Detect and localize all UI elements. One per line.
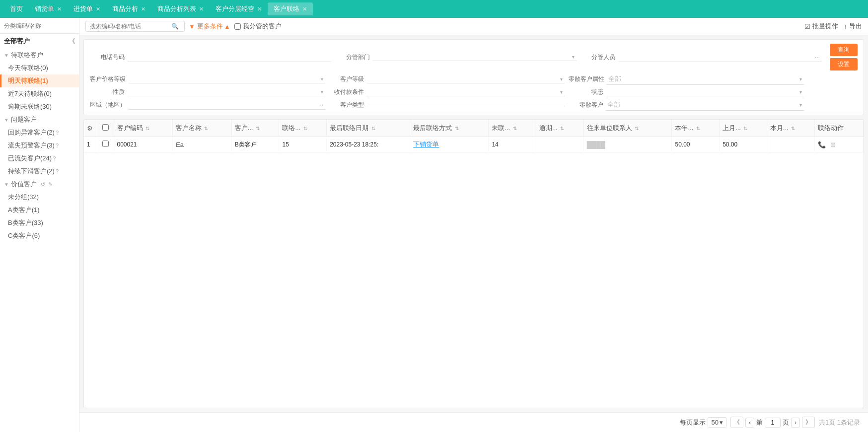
sort-person-icon[interactable]: ⇅ <box>635 126 639 131</box>
sort-this-month-icon[interactable]: ⇅ <box>791 126 795 131</box>
sort-date-icon[interactable]: ⇅ <box>371 126 375 131</box>
sidebar-item-repurchase-abnormal[interactable]: 回购异常客户(2) ? <box>0 126 79 139</box>
sidebar-item-overdue[interactable]: 逾期未联络(30) <box>0 100 79 113</box>
help-icon-4[interactable]: ? <box>56 168 59 174</box>
action-phone-icon[interactable]: 📞 <box>818 141 826 148</box>
sort-overdue-icon[interactable]: ⇅ <box>560 126 564 131</box>
sort-uncontacted-icon[interactable]: ⇅ <box>513 126 517 131</box>
sidebar-item-c-class[interactable]: C类客户(6) <box>0 229 79 242</box>
refresh-icon[interactable]: ↺ <box>41 181 45 188</box>
nav-customer-tier[interactable]: 客户分层经营 ✕ <box>210 2 268 15</box>
col-settings[interactable]: ⚙ <box>84 120 99 137</box>
row-checkbox[interactable] <box>102 141 109 147</box>
nav-purchase[interactable]: 进货单 ✕ <box>68 2 106 15</box>
retail-attr-select[interactable]: 全部 ▾ <box>606 73 804 85</box>
query-button[interactable]: 查询 <box>830 44 858 56</box>
search-icon[interactable]: 🔍 <box>171 23 179 30</box>
my-customers-checkbox[interactable] <box>234 23 241 30</box>
filter-row-4: 区域（地区） ··· 客户类型 零散客户 全部 ▾ <box>90 99 858 111</box>
sidebar-item-churned[interactable]: 已流失客户(24) ? <box>0 152 79 165</box>
sidebar-item-ungrouped[interactable]: 未分组(32) <box>0 191 79 204</box>
status-select[interactable]: ▾ <box>606 88 804 96</box>
gender-select[interactable]: ▾ <box>128 88 325 96</box>
all-customers-header[interactable]: 全部客户 《 <box>0 34 79 49</box>
contact-person-blurred: ████ <box>587 141 605 148</box>
per-page-select[interactable]: 50 ▾ <box>708 417 726 428</box>
edit-icon[interactable]: ✎ <box>48 181 53 188</box>
close-customer-contact-icon[interactable]: ✕ <box>302 6 307 12</box>
status-field: 状态 ▾ <box>569 88 804 96</box>
nav-customer-contact[interactable]: 客户联络 ✕ <box>268 2 313 15</box>
settings-button[interactable]: 设置 <box>830 58 858 71</box>
sidebar-item-declining[interactable]: 持续下滑客户(2) ? <box>0 165 79 178</box>
export-btn[interactable]: ↑ 导出 <box>844 22 863 31</box>
region-select[interactable]: ··· <box>129 100 325 110</box>
top-nav: 首页 销货单 ✕ 进货单 ✕ 商品分析 ✕ 商品分析列表 ✕ 客户分层经营 ✕ … <box>0 0 868 18</box>
sort-method-icon[interactable]: ⇅ <box>455 126 459 131</box>
price-level-select[interactable]: ▾ <box>129 75 325 83</box>
sidebar-item-7days[interactable]: 近7天待联络(0) <box>0 87 79 100</box>
last-page-btn[interactable]: 》 <box>802 417 815 428</box>
close-sales-icon[interactable]: ✕ <box>57 6 62 12</box>
col-action: 联络动作 <box>814 120 863 137</box>
region-ellipsis-icon[interactable]: ··· <box>318 101 323 108</box>
phone-input[interactable] <box>128 53 331 62</box>
sidebar-item-churn-warning[interactable]: 流失预警客户(3) ? <box>0 139 79 152</box>
close-purchase-icon[interactable]: ✕ <box>96 6 100 12</box>
prev-page-btn[interactable]: ‹ <box>745 418 754 428</box>
division-select[interactable]: ▾ <box>373 53 577 61</box>
col-last-date: 最后联络日期 ⇅ <box>327 120 410 137</box>
first-page-btn[interactable]: 《 <box>730 417 743 428</box>
gender-label: 性质 <box>90 88 125 96</box>
sort-last-month-icon[interactable]: ⇅ <box>743 126 747 131</box>
sort-year-icon[interactable]: ⇅ <box>696 126 700 131</box>
action-more-icon[interactable]: ⊞ <box>830 141 836 148</box>
cell-last-month: 50.00 <box>720 137 767 152</box>
col-checkbox[interactable] <box>99 120 114 137</box>
col-this-year: 本年... ⇅ <box>672 120 720 137</box>
table-gear-icon[interactable]: ⚙ <box>87 125 93 132</box>
customer-level-select[interactable]: ▾ <box>367 75 565 83</box>
sort-code-icon[interactable]: ⇅ <box>145 126 149 131</box>
sidebar-item-a-class[interactable]: A类客户(1) <box>0 204 79 216</box>
batch-op-btn[interactable]: ☑ 批量操作 <box>804 22 838 31</box>
next-page-btn[interactable]: › <box>791 418 800 428</box>
close-customer-tier-icon[interactable]: ✕ <box>257 6 262 12</box>
search-input[interactable] <box>90 23 169 30</box>
close-product-list-icon[interactable]: ✕ <box>199 6 204 12</box>
sidebar-item-today[interactable]: 今天待联络(0) <box>0 62 79 74</box>
sort-type-icon[interactable]: ⇅ <box>256 126 260 131</box>
last-method-link[interactable]: 下销货单 <box>413 141 439 148</box>
sidebar-item-tomorrow[interactable]: 明天待联络(1) <box>0 74 79 87</box>
col-last-month: 上月... ⇅ <box>720 120 767 137</box>
status-label: 状态 <box>569 88 603 96</box>
col-overdue: 逾期... ⇅ <box>536 120 584 137</box>
help-icon-1[interactable]: ? <box>56 130 59 136</box>
retail-select[interactable]: 全部 ▾ <box>605 99 804 111</box>
close-product-analysis-icon[interactable]: ✕ <box>141 6 145 12</box>
sidebar-search-input[interactable] <box>4 22 78 29</box>
sidebar-item-b-class[interactable]: B类客户(33) <box>0 216 79 229</box>
help-icon-2[interactable]: ? <box>56 143 59 148</box>
select-all-checkbox[interactable] <box>102 124 109 131</box>
table-header-row: ⚙ 客户编码 ⇅ 客户名称 ⇅ <box>84 120 864 137</box>
customer-type-select[interactable] <box>367 104 565 106</box>
nav-home[interactable]: 首页 <box>4 2 29 15</box>
nav-sales[interactable]: 销货单 ✕ <box>29 2 68 15</box>
sidebar-section-problem: 问题客户 <box>0 113 79 126</box>
sort-contact-icon[interactable]: ⇅ <box>303 126 307 131</box>
nav-product-analysis[interactable]: 商品分析 ✕ <box>106 2 151 15</box>
manager-ellipsis-icon[interactable]: ··· <box>815 54 820 61</box>
total-text: 共1页 1条记录 <box>819 418 860 427</box>
help-icon-3[interactable]: ? <box>53 155 56 161</box>
nav-product-list[interactable]: 商品分析列表 ✕ <box>151 2 210 15</box>
pagination-bar: 每页显示 50 ▾ 《 ‹ 第 页 › 》 共1页 1条记录 <box>79 412 868 432</box>
sort-name-icon[interactable]: ⇅ <box>204 126 208 131</box>
payment-select[interactable]: ▾ <box>367 88 565 96</box>
cell-checkbox[interactable] <box>99 137 114 152</box>
page-number-input[interactable] <box>765 418 781 428</box>
more-conditions-btn[interactable]: ▼ 更多条件 ▲ <box>189 22 230 31</box>
manager-select[interactable]: ··· <box>618 53 822 62</box>
cell-last-method[interactable]: 下销货单 <box>410 137 489 152</box>
retail-attr-label: 零散客户属性 <box>569 75 604 83</box>
